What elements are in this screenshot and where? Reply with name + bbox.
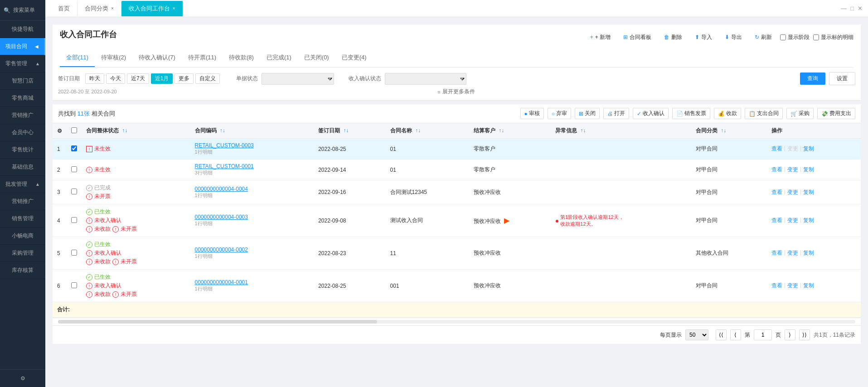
- page-input[interactable]: [754, 329, 772, 340]
- row-error-3: [551, 180, 691, 204]
- table-row: 6 ✓ 已生效 !: [53, 270, 861, 302]
- row-view-btn-2[interactable]: 查看: [771, 166, 782, 174]
- status-tab-pending-income[interactable]: 待收入确认(7): [132, 49, 182, 67]
- tab-income-workbench[interactable]: 收入合同工作台 ×: [121, 1, 183, 16]
- income-confirm-icon: ✓: [637, 111, 641, 117]
- sidebar-item-marketing1[interactable]: 营销推广: [0, 107, 45, 124]
- status-tab-closed[interactable]: 已关闭(0): [298, 49, 335, 67]
- row-change-btn-3[interactable]: 变更: [787, 189, 798, 196]
- minimize-button[interactable]: —: [841, 5, 847, 12]
- delete-button[interactable]: 🗑 删除: [659, 32, 687, 43]
- print-btn[interactable]: 🖨 打开: [603, 108, 629, 119]
- row-change-btn-5[interactable]: 变更: [787, 249, 798, 257]
- tab-home[interactable]: 首页: [51, 1, 78, 16]
- sidebar-item-ecommerce[interactable]: 零售商城: [0, 90, 45, 107]
- prev-page-btn[interactable]: ⟨: [730, 329, 741, 340]
- import-button[interactable]: ⬆ 导入: [690, 32, 717, 43]
- row-checkbox-3[interactable]: [67, 180, 82, 204]
- row-copy-btn-5[interactable]: 复制: [803, 249, 814, 257]
- sidebar-search[interactable]: 🔍 搜索菜单: [0, 0, 45, 21]
- row-copy-btn-1[interactable]: 复制: [803, 145, 814, 153]
- review-btn[interactable]: ● 审核: [520, 108, 544, 119]
- row-category-3: 对甲合同: [691, 180, 767, 204]
- income-confirm-select[interactable]: [385, 73, 466, 85]
- col-checkbox[interactable]: [67, 123, 82, 139]
- status-tab-all[interactable]: 全部(11): [60, 49, 95, 67]
- new-button[interactable]: + + 新增: [586, 32, 615, 43]
- row-view-btn-4[interactable]: 查看: [771, 217, 782, 224]
- next-page-btn[interactable]: ⟩: [785, 329, 795, 340]
- row-checkbox-5[interactable]: [67, 237, 82, 270]
- row-change-btn-6[interactable]: 变更: [787, 282, 798, 290]
- purchase-action-btn[interactable]: 🛒 采购: [786, 108, 814, 119]
- row-copy-btn-3[interactable]: 复制: [803, 189, 814, 196]
- sidebar-item-inventory[interactable]: 库存核算: [0, 262, 45, 279]
- sidebar-item-retail-mgmt[interactable]: 零售管理 ▲: [0, 55, 45, 73]
- horizontal-scrollbar[interactable]: [58, 320, 377, 324]
- tab-contract-cat[interactable]: 合同分类 ×: [78, 1, 121, 16]
- sidebar-item-xiaopaige[interactable]: 小畅电商: [0, 227, 45, 245]
- row-view-btn-6[interactable]: 查看: [771, 282, 782, 290]
- status-tab-completed[interactable]: 已完成(1): [260, 49, 298, 67]
- row-checkbox-6[interactable]: [67, 270, 82, 302]
- row-copy-btn-6[interactable]: 复制: [803, 282, 814, 290]
- sidebar-item-member[interactable]: 会员中心: [0, 124, 45, 141]
- sidebar-item-project[interactable]: 项目合同 ◀: [0, 38, 45, 55]
- row-change-btn-2[interactable]: 变更: [787, 166, 798, 174]
- refresh-button[interactable]: ↻ 刷新: [750, 32, 776, 43]
- sidebar-item-retail-stats[interactable]: 零售统计: [0, 141, 45, 159]
- kanban-button[interactable]: ⊞ 合同看板: [619, 32, 656, 43]
- expense-btn[interactable]: 💸 费用支出: [817, 108, 855, 119]
- row-checkbox-4[interactable]: [67, 204, 82, 237]
- row-name-3: 合同测试12345: [386, 180, 469, 204]
- show-fields-checkbox[interactable]: 显示阶段: [780, 34, 810, 41]
- abandon-btn[interactable]: ○ 弃审: [548, 108, 571, 119]
- status-tab-pending-payment[interactable]: 待收款(8): [223, 49, 260, 67]
- sales-invoice-btn[interactable]: 📄 销售发票: [672, 108, 710, 119]
- maximize-button[interactable]: □: [850, 5, 854, 12]
- sidebar-item-basic-info[interactable]: 基础信息: [0, 159, 45, 176]
- row-view-btn-1[interactable]: 查看: [771, 145, 782, 153]
- tab-close-income-workbench[interactable]: ×: [173, 6, 175, 11]
- payout-btn[interactable]: 📋 支出合同: [745, 108, 783, 119]
- close-btn[interactable]: ⊠ 关闭: [575, 108, 600, 119]
- export-button[interactable]: ⬇ 导出: [720, 32, 747, 43]
- show-detail-checkbox[interactable]: 显示标的明细: [813, 34, 853, 41]
- sidebar-settings[interactable]: ⚙: [0, 369, 45, 387]
- sidebar-item-quicknav[interactable]: 快捷导航: [0, 21, 45, 38]
- last-page-btn[interactable]: ⟩⟩: [799, 329, 810, 340]
- date-btn-today[interactable]: 今天: [106, 73, 125, 84]
- first-page-btn[interactable]: ⟨⟨: [716, 329, 727, 340]
- status-tab-pending-invoice[interactable]: 待开票(11): [182, 49, 223, 67]
- row-name-1: 01: [386, 139, 469, 160]
- sidebar-item-sales[interactable]: 销售管理: [0, 210, 45, 227]
- expand-filter-btn[interactable]: ≡ 展开更多条件: [437, 88, 475, 96]
- date-btn-last7days[interactable]: 近7天: [127, 73, 149, 84]
- settings-filter-button[interactable]: 设置: [829, 72, 855, 85]
- sidebar-item-purchase[interactable]: 采购管理: [0, 245, 45, 262]
- row-checkbox-2[interactable]: [67, 160, 82, 180]
- tab-close-contract-cat[interactable]: ×: [111, 6, 114, 11]
- row-checkbox-1[interactable]: [67, 139, 82, 160]
- date-btn-last1month[interactable]: 近1月: [151, 73, 173, 84]
- receipt-btn[interactable]: 💰 收款: [714, 108, 741, 119]
- page-size-select[interactable]: 50 20 100: [685, 329, 708, 340]
- income-confirm-btn[interactable]: ✓ 收入确认: [633, 108, 669, 119]
- row-copy-btn-4[interactable]: 复制: [803, 217, 814, 224]
- row-change-btn-4[interactable]: 变更: [787, 217, 798, 224]
- date-btn-custom[interactable]: 自定义: [195, 73, 220, 84]
- date-btn-yesterday[interactable]: 昨天: [85, 73, 104, 84]
- query-button[interactable]: 查询: [800, 73, 825, 85]
- date-btn-more[interactable]: 更多: [175, 73, 194, 84]
- col-settings[interactable]: ⚙: [53, 123, 67, 139]
- sidebar-item-marketing2[interactable]: 营销推广: [0, 193, 45, 210]
- status-tab-pending-review[interactable]: 待审核(2): [95, 49, 132, 67]
- doc-status-select[interactable]: [262, 73, 334, 85]
- sidebar-item-smart-store[interactable]: 智慧门店: [0, 73, 45, 90]
- close-window-button[interactable]: ✕: [858, 5, 863, 12]
- row-copy-btn-2[interactable]: 复制: [803, 166, 814, 174]
- status-tab-changed[interactable]: 已变更(4): [335, 49, 373, 67]
- sidebar-item-wholesale[interactable]: 批发管理 ▲: [0, 176, 45, 193]
- row-view-btn-3[interactable]: 查看: [771, 189, 782, 196]
- row-view-btn-5[interactable]: 查看: [771, 249, 782, 257]
